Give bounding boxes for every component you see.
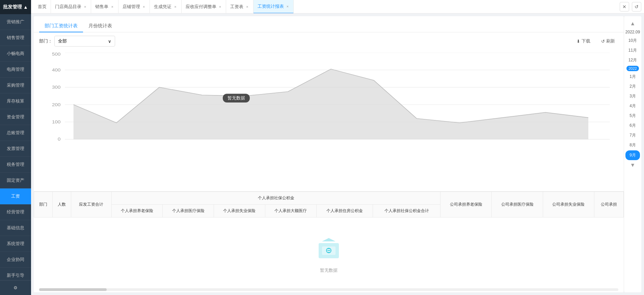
tab-label: 生成凭证 [154, 4, 171, 10]
col-personal-housing: 个人承担住房公积金 [316, 205, 373, 217]
tab-close-icon[interactable]: × [110, 4, 114, 9]
svg-marker-12 [74, 69, 588, 139]
content-area: 部门工资统计表月份统计表 部门： 全部 ∨ ⬇ 下载 [31, 13, 644, 295]
date-month-8月[interactable]: 8月 [624, 140, 641, 150]
date-month-6月[interactable]: 6月 [624, 121, 641, 130]
sidebar-settings[interactable]: ⚙ [0, 280, 31, 295]
sidebar-item-新手引导[interactable]: 新手引导 [0, 268, 31, 280]
sidebar-item-基础信息[interactable]: 基础信息 [0, 220, 31, 236]
horizontal-scrollbar[interactable] [39, 288, 618, 291]
tab-首页[interactable]: 首页 [34, 0, 51, 13]
col-personal-serious: 个人承担大额医疗 [265, 205, 316, 217]
tab-bar: 首页门店商品目录×销售单×店铺管理×生成凭证×应收应付调整单×工资表×工资统计报… [31, 0, 644, 13]
col-group-personal: 个人承担社保公积金 [111, 192, 440, 205]
sidebar-item-销售管理[interactable]: 销售管理 [0, 30, 31, 46]
tab-应收应付调整单[interactable]: 应收应付调整单× [182, 0, 226, 13]
tab-close-icon[interactable]: × [173, 4, 177, 9]
date-down-button[interactable]: ▼ [628, 160, 638, 170]
empty-icon [315, 236, 342, 263]
page-content: 部门工资统计表月份统计表 部门： 全部 ∨ ⬇ 下载 [34, 16, 624, 292]
date-month-2022-12月[interactable]: 12月 [624, 55, 641, 65]
date-month-9月[interactable]: 9月 [625, 150, 640, 160]
sidebar-item-税务管理[interactable]: 税务管理 [0, 157, 31, 173]
sub-tab-部门工资统计表[interactable]: 部门工资统计表 [39, 20, 83, 32]
date-month-3月[interactable]: 3月 [624, 91, 641, 101]
sidebar-item-采购管理[interactable]: 采购管理 [0, 78, 31, 93]
tab-close-icon[interactable]: × [218, 4, 222, 9]
refresh-button[interactable]: ↺ 刷新 [598, 37, 618, 46]
chevron-down-icon: ∨ [108, 39, 111, 44]
col-salary: 应发工资合计 [71, 192, 112, 217]
date-month-2022-11月[interactable]: 11月 [624, 46, 641, 55]
col-personal-total: 个人承担社保公积金合计 [373, 205, 440, 217]
sidebar-item-系统管理[interactable]: 系统管理 [0, 236, 31, 252]
scrollbar-thumb[interactable] [39, 288, 107, 291]
tab-close-icon[interactable]: × [245, 4, 249, 9]
sidebar-item-资金管理[interactable]: 资金管理 [0, 109, 31, 125]
date-month-2月[interactable]: 2月 [624, 82, 641, 91]
tab-工资统计报表[interactable]: 工资统计报表× [253, 0, 294, 13]
chart-tooltip-text: 暂无数据 [227, 95, 245, 100]
empty-text: 暂无数据 [320, 267, 338, 273]
date-panel: ▲ 2022.09 10月11月12月2022 1月2月3月4月5月6月7月8月… [624, 16, 641, 292]
tab-close-icon[interactable]: × [142, 4, 145, 9]
table-wrapper: 部门 人数 应发工资合计 个人承担社保公积金 公司承担养老保险 公司承担医疗保险… [34, 191, 624, 287]
sub-tab-月份统计表[interactable]: 月份统计表 [83, 20, 117, 32]
col-company-medical: 公司承担医疗保险 [492, 192, 543, 217]
sidebar-item-营销推广[interactable]: 营销推广 [0, 14, 31, 30]
refresh-tab-button[interactable]: ↺ [632, 2, 641, 11]
download-button[interactable]: ⬇ 下载 [573, 37, 594, 46]
col-personal-medical: 个人承担医疗保险 [163, 205, 214, 217]
tab-店铺管理[interactable]: 店铺管理× [118, 0, 150, 13]
toolbar: 部门： 全部 ∨ ⬇ 下载 ↺ 刷新 [34, 32, 624, 50]
date-month-1月[interactable]: 1月 [624, 72, 641, 82]
tab-label: 门店商品目录 [55, 4, 81, 10]
sidebar-title: 批发管理 [3, 4, 22, 10]
tab-工资表[interactable]: 工资表× [226, 0, 253, 13]
date-month-2022-10月[interactable]: 10月 [624, 36, 641, 46]
sidebar-item-总账管理[interactable]: 总账管理 [0, 125, 31, 141]
sidebar-item-固定资产[interactable]: 固定资产 [0, 173, 31, 188]
sidebar-item-库存核算[interactable]: 库存核算 [0, 93, 31, 109]
sidebar-nav: 营销推广销售管理小畅电商电商管理采购管理库存核算资金管理总账管理发票管理税务管理… [0, 14, 31, 280]
date-up-button[interactable]: ▲ [628, 19, 638, 28]
svg-text:400: 400 [52, 67, 61, 72]
chart-tooltip: 暂无数据 [223, 94, 250, 102]
sidebar-arrow-icon: ▲ [23, 4, 28, 10]
date-month-7月[interactable]: 7月 [624, 130, 641, 140]
tab-label: 销售单 [95, 4, 108, 10]
tab-close-icon[interactable]: × [83, 4, 87, 9]
chart-svg: 0 100 200 300 400 500 [39, 53, 618, 154]
sidebar-item-电商管理[interactable]: 电商管理 [0, 62, 31, 78]
svg-text:200: 200 [52, 102, 61, 107]
tab-close-icon[interactable]: × [286, 4, 289, 9]
date-year-badge: 2022 [626, 66, 639, 71]
sidebar-item-小畅电商[interactable]: 小畅电商 [0, 46, 31, 62]
tab-销售单[interactable]: 销售单× [91, 0, 118, 13]
svg-marker-19 [322, 238, 336, 241]
dept-dropdown[interactable]: 全部 ∨ [54, 36, 115, 47]
sidebar-header[interactable]: 批发管理 ▲ [0, 0, 31, 14]
svg-text:300: 300 [52, 85, 61, 90]
sidebar-item-经营管理[interactable]: 经营管理 [0, 204, 31, 220]
tab-生成凭证[interactable]: 生成凭证× [150, 0, 181, 13]
main-area: 首页门店商品目录×销售单×店铺管理×生成凭证×应收应付调整单×工资表×工资统计报… [31, 0, 644, 295]
tab-label: 首页 [38, 4, 47, 10]
date-month-5月[interactable]: 5月 [624, 111, 641, 121]
dept-value: 全部 [58, 38, 67, 44]
refresh-icon: ↺ [601, 39, 605, 44]
date-year-2022-label: 2022.09 [624, 28, 641, 36]
tab-门店商品目录[interactable]: 门店商品目录× [51, 0, 91, 13]
date-month-4月[interactable]: 4月 [624, 101, 641, 111]
sidebar-item-企业协同[interactable]: 企业协同 [0, 252, 31, 268]
download-icon: ⬇ [576, 39, 580, 44]
toolbar-left: 部门： 全部 ∨ [39, 36, 115, 47]
close-all-button[interactable]: ✕ [620, 2, 629, 11]
col-dept: 部门 [34, 192, 53, 217]
tab-label: 应收应付调整单 [186, 4, 216, 10]
col-personal-pension: 个人承担养老保险 [111, 205, 163, 217]
sidebar-item-发票管理[interactable]: 发票管理 [0, 141, 31, 157]
sidebar-item-工资[interactable]: 工资 [0, 188, 31, 204]
svg-point-18 [329, 250, 330, 251]
refresh-label: 刷新 [606, 38, 615, 44]
